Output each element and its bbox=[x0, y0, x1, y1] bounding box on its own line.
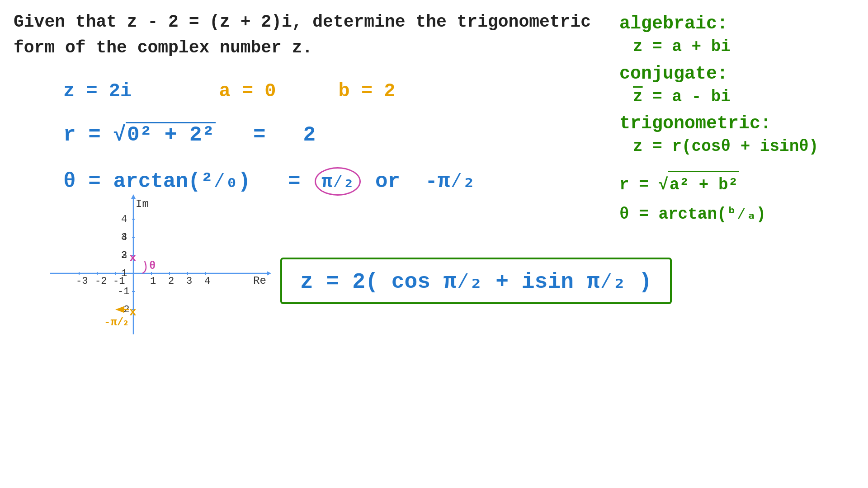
coordinate-plane: -3 -2 -1 1 2 3 4 Re 4 3 4 3 2 bbox=[45, 194, 271, 339]
r-formula-ref: r = √a² + b² bbox=[619, 171, 854, 198]
svg-text:2: 2 bbox=[121, 250, 127, 261]
problem-statement: Given that z - 2 = (z + 2)i, determine t… bbox=[14, 9, 591, 61]
b-value: b = 2 bbox=[339, 80, 396, 102]
answer-box: z = 2( cos π⁄₂ + isin π⁄₂ ) bbox=[280, 258, 672, 304]
svg-marker-1 bbox=[267, 271, 271, 276]
svg-text:Im: Im bbox=[136, 198, 149, 210]
svg-text:4: 4 bbox=[121, 214, 127, 225]
step-z-value: z = 2i a = 0 b = 2 bbox=[63, 79, 396, 103]
svg-text:Re: Re bbox=[253, 275, 266, 287]
algebraic-label: algebraic: bbox=[619, 14, 854, 34]
algebraic-formula: z = a + bi bbox=[633, 34, 854, 60]
svg-text:-π/₂: -π/₂ bbox=[104, 316, 128, 328]
trig-label: trigonometric: bbox=[619, 113, 854, 134]
main-canvas: Given that z - 2 = (z + 2)i, determine t… bbox=[0, 0, 868, 488]
svg-text:3: 3 bbox=[121, 232, 127, 243]
answer-text: z = 2( cos π⁄₂ + isin π⁄₂ ) bbox=[300, 270, 652, 294]
svg-text:-1: -1 bbox=[118, 286, 129, 297]
svg-text:4: 4 bbox=[204, 276, 210, 287]
trig-formula: z = r(cosθ + isinθ) bbox=[633, 134, 854, 160]
conjugate-formula: z = a - bi bbox=[633, 84, 854, 110]
svg-text:-2: -2 bbox=[95, 276, 107, 287]
problem-line1: Given that z - 2 = (z + 2)i, determine t… bbox=[14, 9, 591, 35]
svg-text:-3: -3 bbox=[76, 276, 88, 287]
svg-text:3: 3 bbox=[186, 276, 192, 287]
z-result: z = 2i bbox=[63, 80, 132, 102]
a-value: a = 0 bbox=[219, 80, 276, 102]
svg-text:x: x bbox=[129, 251, 137, 265]
theta-formula-ref: θ = arctan(ᵇ⁄ₐ) bbox=[619, 202, 854, 228]
reference-panel: algebraic: z = a + bi conjugate: z = a -… bbox=[619, 14, 854, 228]
problem-line2: form of the complex number z. bbox=[14, 35, 591, 61]
step-theta: θ = arctan(²⁄₀) = π⁄₂ or -π⁄₂ bbox=[63, 167, 475, 196]
step-r: r = √0² + 2² = 2 bbox=[63, 122, 316, 147]
svg-text:θ: θ bbox=[149, 260, 156, 272]
svg-marker-3 bbox=[131, 194, 136, 199]
conjugate-label: conjugate: bbox=[619, 64, 854, 84]
circled-pi-over-2: π⁄₂ bbox=[315, 167, 361, 196]
svg-text:1: 1 bbox=[121, 268, 127, 279]
svg-text:x: x bbox=[129, 305, 137, 319]
svg-text:1: 1 bbox=[150, 276, 156, 287]
svg-text:2: 2 bbox=[168, 276, 174, 287]
